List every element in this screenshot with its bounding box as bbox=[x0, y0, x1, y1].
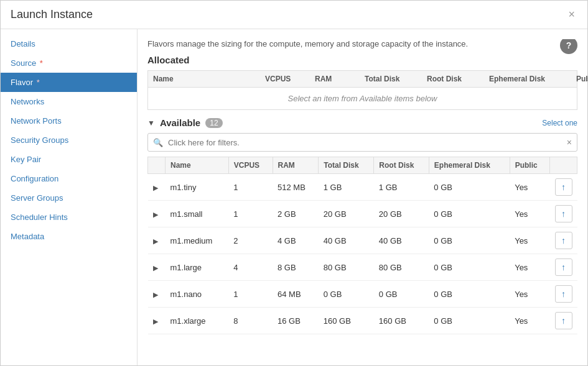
sidebar-item-networks[interactable]: Networks bbox=[1, 92, 137, 111]
row-m1.medium-public: Yes bbox=[510, 227, 549, 254]
avail-col-action bbox=[550, 157, 577, 174]
row-m1.medium-root-disk: 40 GB bbox=[374, 227, 429, 254]
chevron-down-icon: ▼ bbox=[147, 119, 155, 127]
row-m1.nano-ram: 64 MB bbox=[273, 281, 319, 308]
row-m1.small-vcpus: 1 bbox=[228, 201, 273, 227]
available-label: Available bbox=[160, 117, 200, 128]
row-m1.large-root-disk: 80 GB bbox=[374, 254, 429, 281]
modal-title: Launch Instance bbox=[11, 8, 93, 21]
available-table-header: NameVCPUSRAMTotal DiskRoot DiskEphemeral… bbox=[148, 157, 577, 174]
row-m1.nano-root-disk: 0 GB bbox=[374, 281, 429, 308]
allocated-empty-message: Select an item from Available items belo… bbox=[147, 88, 577, 110]
available-table-body: ▶m1.tiny1512 MB1 GB1 GB0 GBYes↑▶m1.small… bbox=[148, 174, 577, 334]
row-m1.small-total-disk: 20 GB bbox=[319, 201, 374, 227]
row-m1.medium-ephemeral-disk: 0 GB bbox=[429, 227, 510, 254]
sidebar: DetailsSource *Flavor *NetworksNetwork P… bbox=[1, 29, 138, 365]
allocated-col-ram: RAM bbox=[315, 75, 365, 83]
avail-col-expand bbox=[148, 157, 166, 174]
row-m1.small-name: m1.small bbox=[166, 201, 229, 227]
row-m1.tiny-ephemeral-disk: 0 GB bbox=[429, 174, 510, 201]
allocate-m1.medium-button[interactable]: ↑ bbox=[555, 232, 572, 249]
row-m1.large-ram: 8 GB bbox=[273, 254, 319, 281]
clear-filter-button[interactable]: × bbox=[562, 134, 577, 151]
row-m1.small-public: Yes bbox=[510, 201, 549, 227]
sidebar-item-key-pair[interactable]: Key Pair bbox=[1, 150, 137, 169]
sidebar-item-flavor-required: * bbox=[34, 78, 40, 87]
row-m1.nano-name: m1.nano bbox=[166, 281, 229, 308]
available-count-badge: 12 bbox=[205, 118, 222, 128]
row-m1.xlarge-name: m1.xlarge bbox=[166, 308, 229, 334]
avail-col-ram: RAM bbox=[273, 157, 319, 174]
row-m1.large-public: Yes bbox=[510, 254, 549, 281]
help-button[interactable]: ? bbox=[560, 39, 577, 54]
main-content: ? Flavors manage the sizing for the comp… bbox=[138, 29, 587, 365]
row-m1.small-ephemeral-disk: 0 GB bbox=[429, 201, 510, 227]
allocated-col-total-disk: Total Disk bbox=[365, 75, 427, 83]
avail-col-ephemeral-disk: Ephemeral Disk bbox=[429, 157, 510, 174]
allocated-col-root-disk: Root Disk bbox=[427, 75, 489, 83]
select-one-link[interactable]: Select one bbox=[542, 119, 577, 127]
row-m1.large-total-disk: 80 GB bbox=[319, 254, 374, 281]
row-m1.tiny-vcpus: 1 bbox=[228, 174, 273, 201]
row-m1.nano-vcpus: 1 bbox=[228, 281, 273, 308]
row-m1.xlarge-root-disk: 160 GB bbox=[374, 308, 429, 334]
expand-row-m1.tiny-button[interactable]: ▶ bbox=[153, 184, 158, 192]
expand-row-m1.nano-button[interactable]: ▶ bbox=[153, 291, 158, 299]
row-m1.nano-public: Yes bbox=[510, 281, 549, 308]
expand-row-m1.large-button[interactable]: ▶ bbox=[153, 264, 158, 272]
allocate-m1.tiny-button[interactable]: ↑ bbox=[555, 178, 572, 196]
table-row: ▶m1.tiny1512 MB1 GB1 GB0 GBYes↑ bbox=[148, 174, 577, 201]
search-icon: 🔍 bbox=[148, 134, 168, 151]
sidebar-item-configuration[interactable]: Configuration bbox=[1, 169, 137, 188]
flavor-description: Flavors manage the sizing for the comput… bbox=[147, 39, 577, 48]
table-row: ▶m1.nano164 MB0 GB0 GB0 GBYes↑ bbox=[148, 281, 577, 308]
row-m1.xlarge-vcpus: 8 bbox=[228, 308, 273, 334]
row-m1.large-ephemeral-disk: 0 GB bbox=[429, 254, 510, 281]
sidebar-item-flavor[interactable]: Flavor * bbox=[1, 73, 137, 92]
row-m1.small-root-disk: 20 GB bbox=[374, 201, 429, 227]
avail-col-total-disk: Total Disk bbox=[319, 157, 374, 174]
sidebar-item-server-groups[interactable]: Server Groups bbox=[1, 188, 137, 208]
launch-instance-modal: Launch Instance × DetailsSource *Flavor … bbox=[0, 0, 588, 366]
sidebar-item-source[interactable]: Source * bbox=[1, 53, 137, 73]
expand-row-m1.small-button[interactable]: ▶ bbox=[153, 211, 158, 219]
row-m1.tiny-root-disk: 1 GB bbox=[374, 174, 429, 201]
available-header: ▼ Available 12 Select one bbox=[147, 117, 577, 128]
row-m1.medium-ram: 4 GB bbox=[273, 227, 319, 254]
row-m1.tiny-total-disk: 1 GB bbox=[319, 174, 374, 201]
expand-row-m1.medium-button[interactable]: ▶ bbox=[153, 237, 158, 245]
allocated-col-public: Public bbox=[576, 75, 587, 83]
allocated-section: Allocated NameVCPUSRAMTotal DiskRoot Dis… bbox=[147, 55, 577, 110]
sidebar-item-security-groups[interactable]: Security Groups bbox=[1, 130, 137, 150]
row-m1.nano-ephemeral-disk: 0 GB bbox=[429, 281, 510, 308]
sidebar-item-scheduler-hints[interactable]: Scheduler Hints bbox=[1, 208, 137, 227]
table-row: ▶m1.xlarge816 GB160 GB160 GB0 GBYes↑ bbox=[148, 308, 577, 334]
modal-body: DetailsSource *Flavor *NetworksNetwork P… bbox=[1, 29, 587, 365]
allocate-m1.large-button[interactable]: ↑ bbox=[555, 258, 572, 276]
filter-bar: 🔍 × bbox=[147, 133, 577, 152]
allocate-m1.nano-button[interactable]: ↑ bbox=[555, 285, 572, 303]
modal-header: Launch Instance × bbox=[1, 1, 587, 29]
close-button[interactable]: × bbox=[566, 8, 577, 21]
table-row: ▶m1.small12 GB20 GB20 GB0 GBYes↑ bbox=[148, 201, 577, 227]
available-table: NameVCPUSRAMTotal DiskRoot DiskEphemeral… bbox=[147, 157, 577, 334]
allocate-m1.small-button[interactable]: ↑ bbox=[555, 205, 572, 222]
row-m1.xlarge-total-disk: 160 GB bbox=[319, 308, 374, 334]
sidebar-item-details[interactable]: Details bbox=[1, 34, 137, 53]
expand-row-m1.xlarge-button[interactable]: ▶ bbox=[153, 318, 158, 326]
row-m1.xlarge-public: Yes bbox=[510, 308, 549, 334]
sidebar-item-metadata[interactable]: Metadata bbox=[1, 227, 137, 246]
sidebar-item-network-ports[interactable]: Network Ports bbox=[1, 111, 137, 130]
row-m1.tiny-name: m1.tiny bbox=[166, 174, 229, 201]
allocate-m1.xlarge-button[interactable]: ↑ bbox=[555, 312, 572, 329]
row-m1.large-vcpus: 4 bbox=[228, 254, 273, 281]
row-m1.large-name: m1.large bbox=[166, 254, 229, 281]
allocated-col-name: Name bbox=[153, 75, 265, 83]
available-title-row: ▼ Available 12 bbox=[147, 117, 223, 128]
allocated-table-header: NameVCPUSRAMTotal DiskRoot DiskEphemeral… bbox=[147, 70, 577, 88]
row-m1.medium-name: m1.medium bbox=[166, 227, 229, 254]
row-m1.xlarge-ephemeral-disk: 0 GB bbox=[429, 308, 510, 334]
row-m1.small-ram: 2 GB bbox=[273, 201, 319, 227]
filter-input[interactable] bbox=[168, 134, 562, 151]
row-m1.xlarge-ram: 16 GB bbox=[273, 308, 319, 334]
